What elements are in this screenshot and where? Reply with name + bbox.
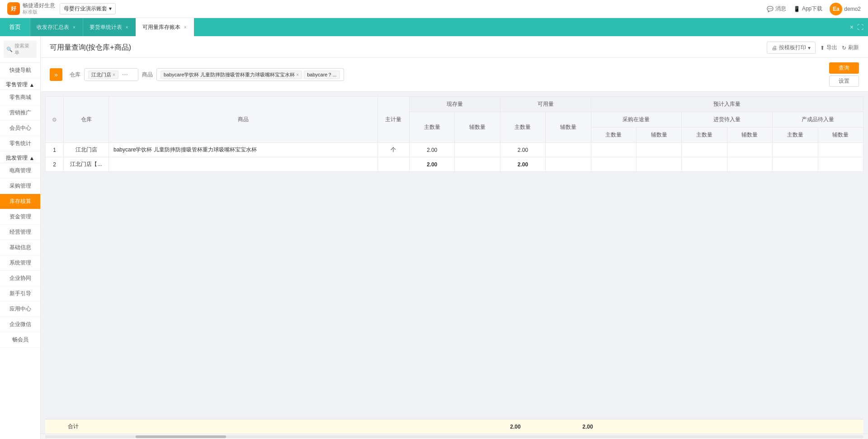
filter-toggle[interactable]: » — [50, 68, 62, 81]
scroll-thumb[interactable] — [136, 435, 226, 438]
sidebar-item-yingyongzhongxin[interactable]: 应用中心 — [0, 302, 40, 317]
cell-stock-main-2: 2.00 — [409, 157, 454, 172]
table-row: 1 江北门店 babycare学饮杯 儿童防摔防撞吸管杯重力球吸嘴杯宝宝水杯 个… — [46, 143, 863, 157]
search-placeholder: 搜索菜单 — [14, 42, 34, 56]
th-purchase-main: 主数量 — [591, 127, 636, 143]
settings-button[interactable]: 设置 — [829, 76, 859, 87]
th-warehouse: 仓库 — [64, 97, 109, 143]
tab-item-3[interactable]: 可用量库存账本 × — [136, 18, 194, 36]
tab-label-2: 要货单统计表 — [90, 24, 122, 31]
sidebar-item-lingshouchuangli[interactable]: 零售管理 ▲ — [0, 78, 40, 90]
sidebar-search[interactable]: 🔍 搜索菜单 — [0, 36, 40, 63]
tab-close-1[interactable]: × — [72, 24, 76, 31]
tab-home[interactable]: 首页 — [0, 18, 30, 36]
sidebar-item-dianshanaguanli[interactable]: 电商管理 — [0, 163, 40, 179]
app-download-action[interactable]: 📱 App下载 — [793, 5, 822, 13]
cell-stock-main-1: 2.00 — [409, 143, 454, 157]
cell-product-1: babycare学饮杯 儿童防摔防撞吸管杯重力球吸嘴杯宝宝水杯 — [109, 143, 378, 157]
sidebar: 🔍 搜索菜单 快捷导航 零售管理 ▲ 零售商城 营销推广 会员中心 零售统计 批… — [0, 36, 41, 439]
filter-area: » 仓库 江北门店 × ··· 商品 babycare学饮杯 儿童防摔防撞吸管杯… — [41, 58, 868, 92]
th-products-group: 产成品待入量 — [773, 112, 863, 127]
tab-bar-right: × ⛶ — [850, 18, 868, 36]
settings-icon[interactable]: ⚙ — [52, 117, 57, 123]
cell-avail-aux-1 — [546, 143, 591, 157]
sidebar-search-inner[interactable]: 🔍 搜索菜单 — [4, 41, 37, 58]
tab-close-2[interactable]: × — [125, 24, 129, 31]
warehouse-tag-container[interactable]: 江北门店 × ··· — [84, 68, 138, 81]
user-action[interactable]: Ea demo2 — [830, 3, 861, 15]
cell-warehouse-1: 江北门店 — [64, 143, 109, 157]
refresh-button[interactable]: ↻ 刷新 — [842, 44, 859, 52]
warehouse-more-icon[interactable]: ··· — [120, 71, 130, 79]
sidebar-item-xitongguanli[interactable]: 系统管理 — [0, 255, 40, 271]
warehouse-tag-1: 江北门店 × — [88, 71, 118, 79]
tab-close-3[interactable]: × — [183, 24, 188, 31]
table-footer: 合计 2.00 2.00 — [45, 419, 863, 434]
warehouse-tag-close[interactable]: × — [113, 72, 115, 77]
message-action[interactable]: 💬 消息 — [767, 5, 786, 13]
toggle-icon: » — [54, 71, 58, 78]
sidebar-item-xinshouyindao[interactable]: 新手引导 — [0, 286, 40, 302]
sidebar-item-lingshoushangcheng[interactable]: 零售商城 — [0, 90, 40, 105]
home-label: 首页 — [9, 23, 21, 31]
th-avail-main: 主数量 — [500, 112, 545, 143]
industry-selector[interactable]: 母婴行业演示账套 ▾ — [60, 3, 116, 14]
export-button[interactable]: ⬆ 导出 — [820, 44, 837, 52]
th-purchase-aux: 辅数量 — [636, 127, 681, 143]
print-button[interactable]: 🖨 按模板打印 ▾ — [767, 42, 816, 54]
sidebar-item-changhui[interactable]: 畅会员 — [0, 332, 40, 348]
tab-item-2[interactable]: 要货单统计表 × — [83, 18, 136, 36]
cell-incoming-main-1 — [682, 143, 727, 157]
scroll-track[interactable] — [45, 435, 863, 438]
cell-stock-aux-2 — [455, 157, 500, 172]
page-actions: 🖨 按模板打印 ▾ ⬆ 导出 ↻ 刷新 — [767, 42, 859, 54]
th-products-aux: 辅数量 — [818, 127, 863, 143]
footer-label: 合计 — [68, 423, 95, 430]
sidebar-item-lingshoutonji[interactable]: 零售统计 — [0, 136, 40, 151]
cell-unit-2 — [377, 157, 409, 172]
cell-purchase-main-2 — [591, 157, 636, 172]
sidebar-item-zijinguanli[interactable]: 资金管理 — [0, 209, 40, 225]
main-layout: 🔍 搜索菜单 快捷导航 零售管理 ▲ 零售商城 营销推广 会员中心 零售统计 批… — [0, 36, 868, 439]
sidebar-item-qiyexietong[interactable]: 企业协同 — [0, 271, 40, 286]
tab-close-all-icon[interactable]: × — [850, 24, 854, 31]
pifaguanli-label: 批发管理 — [6, 154, 28, 162]
th-settings[interactable]: ⚙ — [46, 97, 64, 143]
sidebar-item-jingyingguanli[interactable]: 经营管理 — [0, 225, 40, 240]
sidebar-item-kucunhesuan[interactable]: 库存核算 — [0, 194, 40, 209]
cell-incoming-aux-1 — [727, 143, 772, 157]
logo-icon: 好 — [7, 2, 20, 15]
footer-avail-main: 2.00 — [570, 424, 606, 430]
sidebar-item-qiyeweixin[interactable]: 企业微信 — [0, 317, 40, 332]
sidebar-item-pifaguanli[interactable]: 批发管理 ▲ — [0, 151, 40, 163]
tab-item-1[interactable]: 收发存汇总表 × — [30, 18, 83, 36]
th-incoming-group: 进货待入量 — [682, 112, 773, 127]
scroll-bar-area[interactable] — [41, 434, 868, 439]
industry-label: 母婴行业演示账套 — [64, 5, 107, 13]
data-table: ⚙ 仓库 商品 主计量 现存量 可用量 预计入库量 主数量 辅数量 主数量 辅数… — [45, 96, 863, 172]
logo-sub: 标准版 — [23, 9, 55, 15]
page-header: 可用量查询(按仓库+商品) 🖨 按模板打印 ▾ ⬆ 导出 ↻ 刷新 — [41, 36, 868, 58]
cell-incoming-main-2 — [682, 157, 727, 172]
tab-fullscreen-icon[interactable]: ⛶ — [857, 24, 863, 31]
arrow-icon2: ▲ — [29, 155, 35, 161]
table-area: ⚙ 仓库 商品 主计量 现存量 可用量 预计入库量 主数量 辅数量 主数量 辅数… — [41, 92, 868, 419]
export-label: 导出 — [826, 44, 837, 52]
footer-row: 合计 2.00 2.00 — [50, 423, 859, 430]
refresh-label: 刷新 — [848, 44, 859, 52]
lingshouchuangli-label: 零售管理 — [6, 81, 28, 89]
top-bar: 好 畅捷通好生意 标准版 母婴行业演示账套 ▾ 💬 消息 📱 App下载 Ea … — [0, 0, 868, 18]
cell-products-main-1 — [773, 143, 818, 157]
product-tag-text-2: babycare？... — [307, 71, 336, 78]
sidebar-item-kuaijie[interactable]: 快捷导航 — [0, 63, 40, 78]
warehouse-label: 仓库 — [70, 71, 80, 79]
sidebar-item-yingxiaotugui[interactable]: 营销推广 — [0, 105, 40, 121]
sidebar-item-huiyuanzhongxin[interactable]: 会员中心 — [0, 121, 40, 136]
product-tag-close-1[interactable]: × — [296, 72, 299, 77]
refresh-icon: ↻ — [842, 45, 846, 51]
query-button[interactable]: 查询 — [829, 62, 859, 74]
product-tag-container[interactable]: babycare学饮杯 儿童防摔防撞吸管杯重力球吸嘴杯宝宝水杯 × babyca… — [156, 68, 344, 81]
sidebar-item-jichuxinxi[interactable]: 基础信息 — [0, 240, 40, 255]
cell-stock-aux-1 — [455, 143, 500, 157]
sidebar-item-caigouguanli[interactable]: 采购管理 — [0, 179, 40, 194]
